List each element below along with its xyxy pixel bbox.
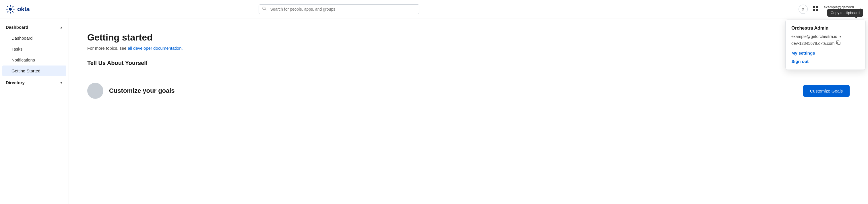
svg-line-5 [7,6,8,7]
sidebar-item-notifications[interactable]: Notifications [2,55,66,65]
svg-rect-11 [813,6,815,8]
sidebar-item-dashboard[interactable]: Dashboard [2,33,66,43]
copy-domain-icon[interactable] [836,40,841,46]
dropdown-overlay: Copy to clipboard Orchestra Admin exampl… [785,19,868,70]
logo-area: okta [6,5,69,14]
user-org: okta-dev-12345678 [824,9,857,13]
goal-avatar [87,83,103,99]
dropdown-email-row: example@getorchestra.io ▼ [792,34,860,39]
svg-rect-14 [816,9,818,11]
email-caret-icon: ▼ [839,35,842,38]
dropdown-domain: dev-12345678.okta.com [792,41,834,46]
goal-item: Customize your goals Customize Goals [87,78,849,104]
tell-us-title: Tell Us About Yourself [87,60,849,66]
sidebar-directory-chevron: ▼ [60,81,63,85]
svg-line-8 [7,11,8,12]
svg-line-6 [12,11,13,12]
header-right: ? example@getorch... okta-dev-12345678 ▲ [799,5,862,14]
svg-point-9 [262,7,265,9]
page-title: Getting started [87,32,849,43]
search-input[interactable] [259,4,420,14]
sidebar-directory-header[interactable]: Directory ▼ [0,77,69,88]
dropdown-admin-label: Orchestra Admin [792,26,860,31]
user-email-short: example@getorch... [824,5,857,9]
search-bar [259,4,420,14]
chevron-up-icon: ▲ [859,7,862,11]
sidebar-dashboard-chevron: ▲ [60,26,63,29]
my-settings-link[interactable]: My settings [792,51,860,55]
user-menu-trigger[interactable]: example@getorch... okta-dev-12345678 ▲ [824,5,862,13]
svg-rect-13 [813,9,815,11]
svg-point-0 [9,8,12,11]
sidebar-item-getting-started[interactable]: Getting Started [2,65,66,76]
dropdown-email: example@getorchestra.io [792,34,837,39]
dropdown-domain-row: dev-12345678.okta.com [792,40,860,46]
svg-rect-15 [838,42,840,45]
customize-goals-button[interactable]: Customize Goals [803,85,849,97]
sidebar-dashboard-section: Dashboard ▲ Dashboard Tasks Notification… [0,22,69,76]
okta-logo-icon [6,5,15,14]
svg-line-10 [265,9,266,10]
okta-logo-text: okta [17,5,30,13]
user-info-header: example@getorch... okta-dev-12345678 [824,5,857,13]
sidebar-directory-section: Directory ▼ [0,77,69,88]
svg-rect-12 [816,6,818,8]
grid-icon[interactable] [812,5,819,13]
sidebar-dashboard-title: Dashboard [6,25,28,30]
help-button[interactable]: ? [799,5,808,14]
sidebar-dashboard-items: Dashboard Tasks Notifications Getting St… [0,33,69,76]
app-header: okta ? example@getorch... [0,0,868,19]
search-icon [262,6,267,12]
svg-line-7 [12,6,13,7]
sidebar-directory-title: Directory [6,80,25,85]
subtitle-prefix: For more topics, see [87,46,128,51]
sidebar: Dashboard ▲ Dashboard Tasks Notification… [0,19,69,204]
goal-label: Customize your goals [109,87,175,94]
docs-link[interactable]: all developer documentation. [128,46,183,51]
sidebar-item-tasks[interactable]: Tasks [2,44,66,54]
main-content: Getting started For more topics, see all… [69,19,868,204]
sign-out-link[interactable]: Sign out [792,59,860,64]
sidebar-dashboard-header[interactable]: Dashboard ▲ [0,22,69,32]
dropdown-menu: Copy to clipboard Orchestra Admin exampl… [785,20,866,70]
section-divider [87,71,849,71]
getting-started-subtitle: For more topics, see all developer docum… [87,46,849,51]
